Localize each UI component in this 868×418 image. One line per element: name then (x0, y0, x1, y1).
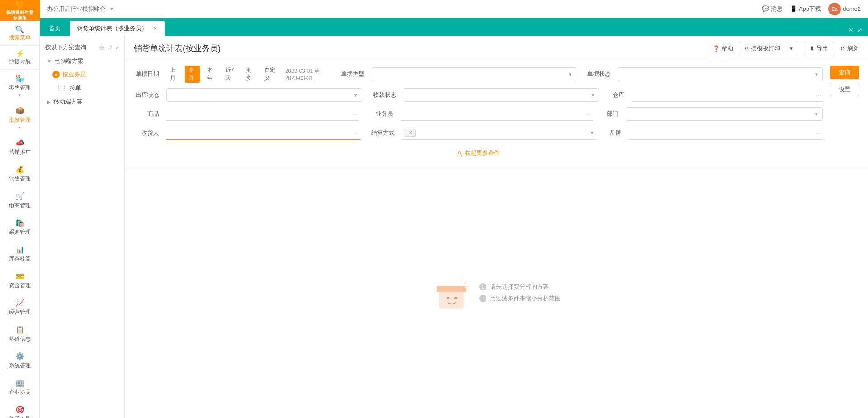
doctype-arrow-icon: ▼ (568, 72, 572, 77)
message-btn[interactable]: 💬 消息 (762, 5, 783, 13)
outstatus-select[interactable]: ▼ (166, 88, 362, 102)
sidebar-item-sales[interactable]: 💰 销售管理 (0, 161, 39, 187)
warehouse-label: 仓库 (606, 91, 624, 99)
sidebar-item-corp[interactable]: 🏢 企业协同 (0, 374, 39, 401)
docstatus-arrow-icon: ▼ (814, 72, 819, 77)
warehouse-dots-icon: ··· (816, 91, 821, 99)
app-suite-name: 办公用品行业模拟账套 (47, 5, 106, 13)
help-label: 帮助 (722, 44, 733, 52)
sidebar-item-purchase[interactable]: 🛍️ 采购管理 (0, 214, 39, 241)
doctype-select[interactable]: ▼ (372, 67, 576, 81)
corp-icon: 🏢 (15, 379, 24, 387)
date-label: 单据日期 (134, 70, 159, 78)
tab-report[interactable]: 销货单统计表（按业务员） ✕ (70, 21, 165, 36)
inventory-icon: 📊 (15, 245, 24, 254)
tree-arrow-desktop: ▼ (47, 59, 52, 64)
basic-icon: 📋 (15, 325, 24, 334)
date-btn-lastmonth[interactable]: 上月 (166, 66, 181, 83)
wholesale-icon: 📦 (15, 106, 24, 115)
sidebar: 🧡 畅捷通好生意 标准版 🔍 搜索菜单 ⚡ 快捷导航 🏪 零售管理 ▼ 📦 批发… (0, 0, 40, 418)
help-btn[interactable]: ❓ 帮助 (712, 44, 733, 52)
topbar-left: 办公用品行业模拟账套 ▼ (47, 5, 114, 13)
collapse-btn[interactable]: ⋀ 收起更多条件 (134, 145, 823, 161)
panel-header: 按以下方案查询 ⊕ ↺ « (40, 41, 124, 54)
goods-label: 商品 (134, 110, 159, 118)
consignee-input[interactable]: ··· (166, 126, 360, 140)
sidebar-item-retail[interactable]: 🏪 零售管理 ▼ (0, 70, 39, 102)
sidebar-item-wholesale[interactable]: 📦 批发管理 ▲ (0, 102, 39, 134)
export-btn[interactable]: ⬇ 导出 (803, 42, 835, 55)
warehouse-input[interactable]: ··· (632, 88, 823, 102)
template-print-text[interactable]: 🖨 按模板打印 (739, 42, 785, 55)
settings-btn[interactable]: 设置 (830, 83, 859, 96)
dept-select[interactable]: ▼ (626, 107, 823, 121)
brand-input[interactable]: ··· (629, 126, 823, 140)
panel-add-btn[interactable]: ⊕ (99, 44, 104, 51)
user-profile-btn[interactable]: Ea demo2 (828, 3, 861, 15)
sidebar-item-newbie[interactable]: 🎯 新手引导 (0, 401, 39, 418)
empty-tip-1: 1 请先选择要分析的方案 (479, 283, 561, 291)
logo-sub: 标准版 (13, 15, 27, 21)
salesperson-icon: ● (52, 71, 60, 78)
sidebar-item-inventory[interactable]: 📊 库存核算 (0, 241, 39, 267)
filter-row-3: 商品 ··· 业务员 ··· 部门 ▼ (134, 107, 823, 121)
user-avatar: Ea (828, 3, 841, 15)
consignee-label: 收货人 (134, 129, 159, 137)
sidebar-item-search[interactable]: 🔍 搜索菜单 (0, 21, 39, 46)
date-btn-thismonth[interactable]: 本月 (185, 66, 200, 83)
sidebar-item-operations[interactable]: 📈 经营管理 (0, 294, 39, 321)
date-btn-more[interactable]: 更多 (242, 66, 257, 83)
system-icon: ⚙️ (15, 352, 24, 361)
tree-item-by-order[interactable]: ⋮⋮ 按单 (40, 81, 124, 95)
tree-item-mobile[interactable]: ▶ 移动端方案 (40, 95, 124, 109)
sidebar-item-system[interactable]: ⚙️ 系统管理 (0, 347, 39, 374)
outstatus-arrow-icon: ▼ (354, 93, 358, 98)
salesperson-dots-icon: ··· (586, 110, 591, 118)
goods-input[interactable]: ··· (166, 107, 359, 121)
tab-home[interactable]: 首页 (42, 21, 68, 36)
purchase-icon: 🛍️ (15, 218, 24, 227)
sidebar-item-ecommerce[interactable]: 🛒 电商管理 (0, 187, 39, 214)
tree-item-desktop[interactable]: ▼ 电脑端方案 (40, 54, 124, 68)
panel-refresh-btn[interactable]: ↺ (107, 44, 113, 51)
window-close-btn[interactable]: ✕ (848, 26, 854, 33)
goods-dots-icon: ··· (352, 110, 357, 118)
window-maximize-btn[interactable]: ⤢ (857, 26, 863, 33)
retail-icon: 🏪 (15, 74, 24, 83)
filter-row-4: 收货人 ··· 结算方式 ✕ ▼ (134, 126, 823, 140)
date-btn-custom[interactable]: 自定义 (261, 66, 279, 83)
operations-icon: 📈 (15, 299, 24, 307)
receiptstatus-select[interactable]: ▼ (404, 88, 599, 102)
date-btn-thisyear[interactable]: 本年 (203, 66, 218, 83)
receiptstatus-label: 收款状态 (369, 91, 396, 99)
tree-item-by-salesperson[interactable]: ● 按业务员 (40, 68, 124, 81)
panel-collapse-btn[interactable]: « (115, 44, 119, 51)
query-btn[interactable]: 查询 (830, 66, 859, 79)
panel-actions: ⊕ ↺ « (99, 44, 119, 51)
tab-report-close[interactable]: ✕ (153, 25, 157, 32)
sidebar-item-finance[interactable]: 💳 资金管理 (0, 267, 39, 294)
template-print-btn-group[interactable]: 🖨 按模板打印 ▼ (739, 42, 797, 55)
main-area: 办公用品行业模拟账套 ▼ 💬 消息 📱 App下载 Ea demo2 首页 销货… (40, 0, 868, 418)
docstatus-select[interactable]: ▼ (618, 67, 823, 81)
date-btn-7days[interactable]: 近7天 (222, 66, 239, 83)
refresh-btn[interactable]: ↺ 刷新 (840, 44, 859, 52)
finance-icon: 💳 (15, 272, 24, 280)
sidebar-item-shortcut[interactable]: ⚡ 快捷导航 (0, 46, 39, 70)
sidebar-item-basic[interactable]: 📋 基础信息 (0, 321, 39, 347)
retail-expand-icon: ▼ (18, 93, 22, 97)
consignee-dots-icon: ··· (354, 129, 359, 137)
topbar-right: 💬 消息 📱 App下载 Ea demo2 (762, 3, 861, 15)
right-panel: 销货单统计表(按业务员) ❓ 帮助 🖨 按模板打印 ▼ ⬇ (125, 36, 868, 418)
suite-dropdown-icon[interactable]: ▼ (109, 6, 114, 11)
brand-dots-icon: ··· (816, 129, 821, 137)
app-download-btn[interactable]: 📱 App下载 (790, 5, 821, 13)
settlement-input[interactable]: ✕ ▼ (402, 126, 596, 140)
settlement-tag-clear[interactable]: ✕ (409, 130, 413, 136)
logo-text: 畅捷通好生意 (6, 10, 33, 15)
sidebar-item-marketing[interactable]: 📣 营销推广 (0, 134, 39, 161)
tree-arrow-mobile: ▶ (47, 100, 51, 104)
template-print-arrow[interactable]: ▼ (785, 44, 797, 53)
app-logo[interactable]: 🧡 畅捷通好生意 标准版 (0, 0, 40, 21)
salesperson-input[interactable]: ··· (401, 107, 593, 121)
